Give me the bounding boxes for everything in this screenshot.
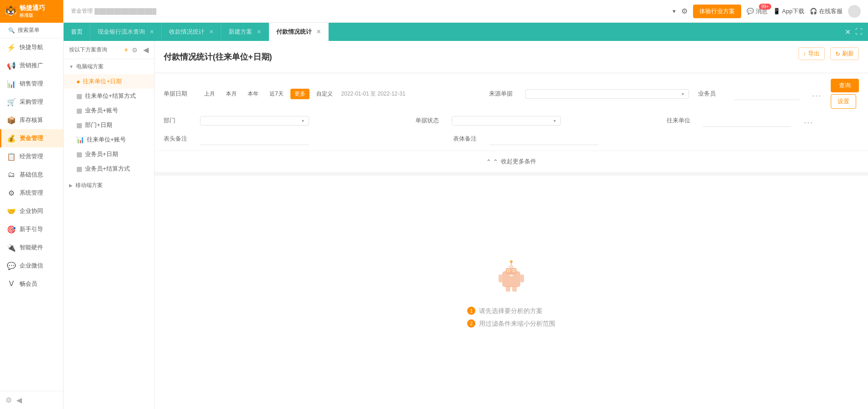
message-button[interactable]: 💬 消息 99+ xyxy=(747,7,768,15)
scheme-item-dept-date-label: 部门+日期 xyxy=(85,121,112,129)
trial-button[interactable]: 体验行业方案 xyxy=(693,5,741,18)
dept-select[interactable]: ▾ xyxy=(200,116,309,126)
settings-bottom-icon[interactable]: ⚙ xyxy=(5,396,12,404)
scheme-item-partner-account[interactable]: 📊 往来单位+账号 xyxy=(64,132,154,147)
sidebar-item-quick-nav[interactable]: ⚡ 快捷导航 xyxy=(0,38,63,56)
scheme-item-staff-date-label: 业务员+日期 xyxy=(85,150,118,158)
sidebar-item-cooperation[interactable]: 🤝 企业协同 xyxy=(0,202,63,220)
tab-payment-stats[interactable]: 付款情况统计 ✕ xyxy=(269,23,329,41)
svg-point-4 xyxy=(508,270,509,271)
scheme-item-staff-date-icon: ▦ xyxy=(76,151,82,158)
page-header-actions: ↑ 导出 ↻ 刷新 xyxy=(798,47,859,66)
scheme-gear-icon[interactable]: ⚙ xyxy=(132,46,138,54)
sales-icon: 📊 xyxy=(7,79,16,88)
empty-tip-2: 2 用过滤条件来缩小分析范围 xyxy=(467,317,555,330)
collapse-section: ⌃ ⌃ 收起更多条件 xyxy=(155,151,868,172)
svg-point-5 xyxy=(514,270,515,271)
scheme-item-staff-account-label: 业务员+账号 xyxy=(85,106,118,115)
source-select[interactable]: ▾ xyxy=(525,89,689,99)
tab-home[interactable]: 首页 xyxy=(64,23,90,41)
filter-section: 单据日期 上月 本月 本年 近7天 更多 自定义 2022-01-01 至 20… xyxy=(155,73,868,151)
tab-payment-stats-label: 付款情况统计 xyxy=(276,28,312,36)
svg-rect-9 xyxy=(506,286,510,292)
scheme-panel: 按以下方案查询 + ⚙ ◀ ▼ 电脑端方案 ● 往来单位+日期 ▦ 往来单位+结… xyxy=(64,41,155,409)
date-buttons: 上月 本月 本年 近7天 更多 自定义 2022-01-01 至 2022-12… xyxy=(200,89,405,99)
maximize-icon[interactable]: ⛶ xyxy=(855,28,863,36)
scheme-item-staff-settle-icon: ▦ xyxy=(76,165,82,172)
query-button[interactable]: 查询 xyxy=(831,79,859,92)
empty-tips: 1 请先选择要分析的方案 2 用过滤条件来缩小分析范围 xyxy=(467,304,555,330)
sidebar-item-hardware[interactable]: 🔌 智能硬件 xyxy=(0,238,63,257)
scheme-group-pc-header[interactable]: ▼ 电脑端方案 xyxy=(64,59,154,74)
logo-icon: 🐯 xyxy=(5,5,17,17)
tab-payment-stats-close-icon[interactable]: ✕ xyxy=(316,29,321,35)
app-label: App下载 xyxy=(782,7,804,15)
cooperation-icon: 🤝 xyxy=(7,207,16,216)
service-icon: 🎧 xyxy=(810,8,817,15)
date-btn-more[interactable]: 更多 xyxy=(290,89,309,99)
tab-receipt-stats-close-icon[interactable]: ✕ xyxy=(209,29,214,35)
date-btn-this-year[interactable]: 本年 xyxy=(244,89,263,99)
tab-cashflow-label: 现金银行流水查询 xyxy=(98,28,145,36)
finance-label: 资金管理 xyxy=(20,134,43,142)
sidebar-item-guide[interactable]: 🎯 新手引导 xyxy=(0,220,63,238)
date-btn-custom[interactable]: 自定义 xyxy=(312,89,337,99)
collapse-sidebar-icon[interactable]: ◀ xyxy=(16,396,22,404)
tab-new-scheme[interactable]: 新建方案 ✕ xyxy=(221,23,269,41)
operation-icon: 📋 xyxy=(7,152,16,161)
filter-settings-button[interactable]: 设置 xyxy=(831,94,856,109)
svg-point-13 xyxy=(510,260,513,263)
scheme-collapse-icon[interactable]: ◀ xyxy=(143,45,149,54)
sidebar-item-purchase[interactable]: 🛒 采购管理 xyxy=(0,93,63,111)
header-note-label: 表头备注 xyxy=(164,135,191,143)
sidebar-item-finance[interactable]: 💰 资金管理 xyxy=(0,129,63,147)
sidebar-item-operation[interactable]: 📋 经营管理 xyxy=(0,147,63,166)
guide-icon: 🎯 xyxy=(7,225,16,234)
scheme-item-dept-date[interactable]: ▦ 部门+日期 xyxy=(64,118,154,132)
app-icon: 📱 xyxy=(773,8,780,15)
refresh-icon: ↻ xyxy=(835,50,840,57)
sidebar-item-basic[interactable]: 🗂 基础信息 xyxy=(0,166,63,184)
sidebar-search[interactable]: 🔍 搜索菜单 xyxy=(0,23,63,38)
date-btn-last-month[interactable]: 上月 xyxy=(200,89,219,99)
topbar-gear-icon[interactable]: ⚙ xyxy=(681,7,688,15)
scheme-item-staff-settle[interactable]: ▦ 业务员+结算方式 xyxy=(64,162,154,176)
tab-cashflow-close-icon[interactable]: ✕ xyxy=(150,29,154,35)
partner-dots[interactable]: ... xyxy=(804,116,813,126)
tab-new-scheme-close-icon[interactable]: ✕ xyxy=(257,29,261,35)
scheme-item-staff-account[interactable]: ▦ 业务员+账号 xyxy=(64,103,154,118)
staff-label: 业务员 xyxy=(698,90,725,98)
scheme-item-partner-settle[interactable]: ▦ 往来单位+结算方式 xyxy=(64,89,154,103)
breadcrumb: 资金管理 ████████████████ xyxy=(71,7,667,15)
scheme-item-staff-date[interactable]: ▦ 业务员+日期 xyxy=(64,147,154,162)
source-label: 来源单据 xyxy=(489,90,516,98)
refresh-button[interactable]: ↻ 刷新 xyxy=(830,47,859,60)
sidebar-item-weixin[interactable]: 💬 企业微信 xyxy=(0,257,63,275)
empty-state: 1 请先选择要分析的方案 2 用过滤条件来缩小分析范围 xyxy=(155,176,868,409)
sidebar-item-inventory[interactable]: 📦 库存核算 xyxy=(0,111,63,129)
online-service-button[interactable]: 🎧 在线客服 xyxy=(810,7,843,15)
sidebar-item-marketing[interactable]: 📢 营销推广 xyxy=(0,56,63,75)
user-avatar[interactable] xyxy=(848,5,861,18)
sidebar-item-sales[interactable]: 📊 销售管理 xyxy=(0,75,63,93)
close-window-icon[interactable]: ✕ xyxy=(845,28,851,36)
sidebar-item-system[interactable]: ⚙ 系统管理 xyxy=(0,184,63,202)
breadcrumb-chevron-icon[interactable]: ▾ xyxy=(673,8,676,15)
date-btn-this-month[interactable]: 本月 xyxy=(222,89,241,99)
sidebar-item-member[interactable]: V 畅会员 xyxy=(0,275,63,293)
operation-label: 经营管理 xyxy=(20,152,43,161)
tab-receipt-stats[interactable]: 收款情况统计 ✕ xyxy=(162,23,221,41)
tab-cashflow[interactable]: 现金银行流水查询 ✕ xyxy=(90,23,162,41)
basic-label: 基础信息 xyxy=(20,171,43,179)
scheme-group-mobile-header[interactable]: ▶ 移动端方案 xyxy=(64,178,154,193)
date-btn-last-7-days[interactable]: 近7天 xyxy=(265,89,288,99)
scheme-item-partner-date[interactable]: ● 往来单位+日期 xyxy=(64,74,154,89)
filter-row-2: 部门 ▾ 单据状态 ▾ 往来单位 ... xyxy=(164,114,859,127)
staff-dots[interactable]: ... xyxy=(812,89,822,99)
scheme-add-button[interactable]: + xyxy=(124,46,128,54)
export-button[interactable]: ↑ 导出 xyxy=(798,47,825,60)
scheme-item-partner-date-label: 往来单位+日期 xyxy=(83,77,122,86)
collapse-button[interactable]: ⌃ ⌃ 收起更多条件 xyxy=(486,154,536,169)
app-download-button[interactable]: 📱 App下载 xyxy=(773,7,804,15)
voucher-status-select[interactable]: ▾ xyxy=(452,116,561,126)
